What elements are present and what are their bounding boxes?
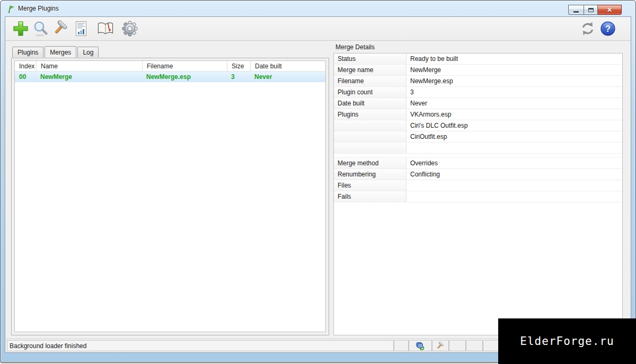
watermark: ElderForge.ru [498, 318, 636, 364]
build-hammer-icon [52, 20, 69, 37]
detail-label-blank [334, 143, 407, 153]
close-icon: ✕ [607, 6, 612, 14]
detail-label-date-built: Date built [334, 98, 407, 109]
column-header-date-built[interactable]: Date built [250, 61, 325, 71]
detail-row-merge-name: Merge nameNewMerge [334, 65, 622, 76]
detail-row-merge-method: Merge methodOverrides [334, 158, 622, 169]
detail-row-date-built: Date builtNever [334, 98, 622, 109]
tab-merges[interactable]: Merges [45, 46, 76, 58]
column-header-size[interactable]: Size [227, 61, 250, 71]
detail-row-filename: FilenameNewMerge.esp [334, 76, 622, 87]
detail-value-cirioutfit-esp: CiriOutfit.esp [407, 131, 622, 142]
refresh-icon [580, 21, 595, 36]
app-window: Merge Plugins ✕ [0, 0, 636, 362]
detail-row-plugins: PluginsVKArmors.esp [334, 109, 622, 120]
detail-row-cirioutfit-esp: CiriOutfit.esp [334, 131, 622, 143]
refresh-button[interactable] [578, 19, 598, 39]
options-button[interactable] [120, 19, 140, 39]
left-panel: PluginsMergesLog IndexNameFilenameSizeDa… [11, 47, 329, 335]
detail-label-blank [334, 131, 407, 142]
detail-value-merge-name: NewMerge [407, 65, 622, 75]
dictionary-button[interactable] [95, 19, 116, 39]
maximize-icon [588, 8, 594, 12]
detail-row-ciri-s-dlc-outfit-esp: Ciri's DLC Outfit.esp [334, 120, 622, 131]
dictionary-book-icon [96, 20, 114, 37]
minimize-button[interactable] [568, 5, 584, 15]
merge-cell-size: 3 [227, 72, 250, 82]
detail-value-plugin-count: 3 [407, 87, 622, 97]
detail-row-status: StatusReady to be built [334, 54, 622, 65]
detail-value-files [407, 180, 622, 191]
detail-label-merge-method: Merge method [334, 158, 407, 168]
build-merges-button[interactable] [51, 19, 71, 39]
detail-value-fails [407, 191, 622, 202]
detail-label-plugin-count: Plugin count [334, 87, 407, 97]
report-icon [73, 20, 89, 37]
detail-row-blank [334, 143, 622, 154]
merge-list: IndexNameFilenameSizeDate built 00NewMer… [14, 60, 326, 332]
status-cell-connection [409, 340, 432, 351]
detail-row-fails: Fails [334, 191, 622, 202]
column-header-filename[interactable]: Filename [142, 61, 227, 71]
add-icon [12, 20, 29, 37]
column-header-name[interactable]: Name [36, 61, 142, 71]
client-area: ? PluginsMergesLog IndexNameFilenameSize… [5, 16, 631, 353]
merge-row-newmerge[interactable]: 00NewMergeNewMerge.esp3Never [15, 72, 325, 82]
window-title: Merge Plugins [18, 5, 59, 12]
add-merge-button[interactable] [11, 19, 31, 39]
main-area: PluginsMergesLog IndexNameFilenameSizeDa… [5, 41, 631, 339]
status-cell-empty-1 [394, 340, 409, 351]
detail-label-renumbering: Renumbering [334, 169, 407, 180]
status-cell-hammer [432, 340, 449, 351]
detail-row-renumbering: RenumberingConflicting [334, 169, 622, 180]
detail-value-date-built: Never [407, 98, 622, 109]
merge-cell-index: 00 [15, 72, 36, 82]
hammer-icon [436, 342, 445, 350]
search-icon [32, 20, 49, 37]
column-header-index[interactable]: Index [15, 61, 36, 71]
detail-label-filename: Filename [334, 76, 407, 86]
merge-cell-filename: NewMerge.esp [142, 72, 227, 82]
app-icon [6, 5, 15, 13]
close-button[interactable]: ✕ [598, 5, 622, 15]
detail-row-spacer [334, 154, 622, 158]
tab-log[interactable]: Log [77, 47, 99, 57]
detail-value-plugins: VKArmors.esp [407, 109, 622, 120]
detail-label-merge-name: Merge name [334, 65, 407, 75]
tab-strip: PluginsMergesLog [11, 47, 329, 58]
connection-icon [416, 342, 425, 350]
detail-value-renumbering: Conflicting [407, 169, 622, 180]
detail-label-plugins: Plugins [334, 109, 407, 120]
merge-list-header: IndexNameFilenameSizeDate built [15, 61, 325, 72]
merge-cell-name: NewMerge [36, 72, 142, 82]
options-gear-icon [121, 20, 138, 37]
merge-cell-date-built: Never [250, 72, 325, 82]
window-controls: ✕ [568, 5, 622, 15]
detail-label-fails: Fails [334, 191, 407, 202]
detail-label-blank [334, 120, 407, 131]
status-message: Background loader finished [7, 340, 394, 351]
detail-value-status: Ready to be built [407, 54, 622, 64]
detail-row-plugin-count: Plugin count3 [334, 87, 622, 98]
detail-label-files: Files [334, 180, 407, 191]
detail-label-status: Status [334, 54, 407, 64]
detail-value-filename: NewMerge.esp [407, 76, 622, 86]
help-icon: ? [600, 21, 616, 37]
svg-text:?: ? [605, 24, 611, 34]
details-grid: StatusReady to be builtMerge nameNewMerg… [333, 53, 623, 335]
check-plugins-button[interactable] [31, 19, 51, 39]
help-button[interactable]: ? [598, 19, 618, 39]
tab-plugins[interactable]: Plugins [12, 47, 43, 57]
merge-report-button[interactable] [71, 19, 91, 39]
detail-value-merge-method: Overrides [407, 158, 622, 168]
details-title: Merge Details [333, 42, 623, 52]
detail-row-files: Files [334, 180, 622, 191]
detail-value-blank [407, 143, 622, 153]
status-cell-empty-3 [466, 340, 483, 351]
merges-tab-page: IndexNameFilenameSizeDate built 00NewMer… [11, 58, 329, 335]
maximize-button[interactable] [584, 5, 598, 15]
detail-value-ciri-s-dlc-outfit-esp: Ciri's DLC Outfit.esp [407, 120, 622, 131]
merge-list-body: 00NewMergeNewMerge.esp3Never [15, 72, 325, 82]
toolbar: ? [5, 17, 631, 41]
title-bar[interactable]: Merge Plugins ✕ [1, 1, 635, 16]
